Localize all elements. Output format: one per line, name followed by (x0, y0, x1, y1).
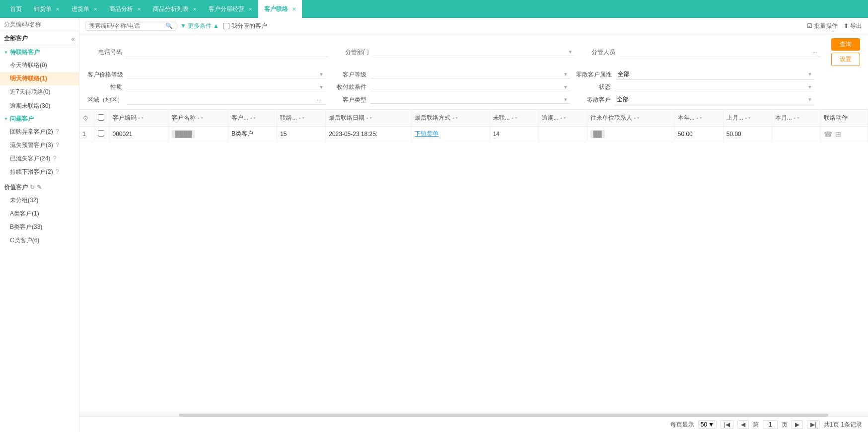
first-icon: |◀ (724, 421, 730, 428)
all-customers-header: 全部客户 « (0, 31, 79, 46)
nav-home[interactable]: 首页 (4, 0, 28, 18)
next-page-btn[interactable]: ▶ (792, 420, 803, 429)
col-this-year: 本年... ▲▼ (674, 110, 723, 127)
more-filter-btn[interactable]: ▼ 更多条件 ▲ (180, 22, 219, 30)
row-index: 1 (79, 127, 94, 142)
customer-value-select[interactable]: ▼ (127, 71, 326, 78)
refresh-icon[interactable]: ↻ (30, 184, 35, 191)
value-section-title[interactable]: 价值客户 ↻ ✎ (0, 181, 79, 194)
customer-level-select[interactable]: ▼ (370, 71, 570, 78)
page-size-select[interactable]: 50 ▼ (698, 420, 717, 429)
row-checkbox[interactable] (98, 130, 104, 137)
sidebar-item-repurchase-abnormal[interactable]: 回购异常客户(2) ? (0, 125, 79, 139)
person-select[interactable]: ··· (619, 48, 821, 57)
row-actions: ☎ ⊞ (820, 127, 868, 142)
scrollbar-thumb[interactable] (179, 414, 828, 417)
sidebar-item-tomorrow-contact[interactable]: 明天待联络(1) (0, 72, 79, 85)
row-unlocked: 14 (490, 127, 538, 142)
settings-icon[interactable]: ⚙ (82, 114, 89, 122)
problem-section-title[interactable]: 问题客户 (0, 113, 79, 125)
collapse-icon[interactable]: « (71, 35, 75, 43)
contact-method-link[interactable]: 下销货单 (415, 130, 438, 137)
row-last-contact-date: 2023-05-23 18:25: (326, 127, 412, 142)
batch-ops-btn[interactable]: ☑ 批量操作 (807, 22, 838, 30)
contact-action-icon[interactable]: ☎ (824, 130, 832, 138)
close-icon[interactable]: ✕ (248, 6, 252, 12)
sidebar-item-7days-contact[interactable]: 近7天待联络(0) (0, 85, 79, 99)
status-field: 状态 ▼ (576, 83, 814, 91)
data-table-container: ⚙ 客户编码 ▲▼ 客户名称 (79, 110, 868, 413)
phone-input[interactable] (126, 48, 328, 57)
col-contact-person: 往来单位联系人 ▲▼ (587, 110, 674, 127)
first-page-btn[interactable]: |◀ (721, 420, 733, 429)
contact-person-blur: ██ (590, 130, 605, 138)
filter-action-buttons: 查询 设置 (831, 38, 860, 66)
col-overdue: 逾期... ▲▼ (538, 110, 587, 127)
filter-bar: 🔍 ▼ 更多条件 ▲ 我分管的客户 ☑ 批量操作 ⬆ 导出 (79, 18, 868, 34)
more-icon[interactable]: ··· (315, 96, 324, 103)
search-field: 🔍 (85, 21, 176, 31)
page-number-input[interactable] (763, 420, 778, 429)
status-select[interactable]: ▼ (615, 83, 814, 91)
sidebar-item-class-a[interactable]: A类客户(1) (0, 207, 79, 220)
right-actions: ☑ 批量操作 ⬆ 导出 (807, 22, 862, 30)
retail-attr-select[interactable]: 全部 ▼ (616, 69, 814, 80)
export-btn[interactable]: ⬆ 导出 (844, 22, 862, 30)
nav-product-analysis[interactable]: 商品分析 ✕ (103, 0, 147, 18)
sidebar-item-ungrouped[interactable]: 未分组(32) (0, 194, 79, 207)
close-icon[interactable]: ✕ (93, 6, 97, 12)
col-last-month: 上月... ▲▼ (723, 110, 772, 127)
sidebar-item-overdue-contact[interactable]: 逾期未联络(30) (0, 99, 79, 113)
query-button[interactable]: 查询 (831, 38, 860, 51)
retail-attr-field: 零散客户属性 全部 ▼ (576, 69, 814, 80)
row-this-month (772, 127, 820, 142)
search-input[interactable] (89, 22, 163, 29)
sidebar-item-churned[interactable]: 已流失客户(24) ? (0, 152, 79, 165)
payment-field: 收付款条件 ▼ (332, 83, 570, 91)
my-customer-checkbox[interactable]: 我分管的客户 (223, 22, 267, 30)
total-info: 共1页 1条记录 (824, 421, 862, 429)
close-icon[interactable]: ✕ (193, 6, 197, 12)
dept-select[interactable]: ▼ (373, 48, 575, 56)
payment-select[interactable]: ▼ (370, 83, 570, 91)
nav-customer-contact[interactable]: 客户联络 ✕ (258, 0, 302, 18)
row-name: ████ (169, 127, 228, 142)
waiting-section-title[interactable]: 待联络客户 (0, 46, 79, 59)
sidebar-search-input[interactable] (4, 21, 78, 28)
row-this-year: 50.00 (674, 127, 723, 142)
sidebar-item-churn-warning[interactable]: 流失预警客户(3) ? (0, 139, 79, 152)
filter-icon: ▼ (180, 22, 186, 29)
more-action-icon[interactable]: ⊞ (835, 130, 841, 138)
gender-select[interactable]: ▼ (126, 83, 326, 91)
retail-customer-select[interactable]: 全部 ▼ (615, 94, 814, 105)
sidebar-item-today-contact[interactable]: 今天待联络(0) (0, 59, 79, 72)
my-customer-check[interactable] (223, 23, 229, 29)
prev-page-btn[interactable]: ◀ (737, 420, 749, 429)
close-icon[interactable]: ✕ (137, 6, 141, 12)
col-gear: ⚙ (79, 110, 94, 127)
region-select[interactable]: ··· (127, 95, 326, 105)
sidebar-item-declining[interactable]: 持续下滑客户(2) ? (0, 165, 79, 179)
col-customer-type: 客户... ▲▼ (228, 110, 277, 127)
sidebar-item-class-c[interactable]: C类客户(6) (0, 234, 79, 247)
nav-purchase-order[interactable]: 进货单 ✕ (66, 0, 103, 18)
customer-type-field: 客户类型 ▼ (332, 96, 570, 104)
nav-sales-order[interactable]: 销货单 ✕ (28, 0, 66, 18)
nav-product-analysis-list[interactable]: 商品分析列表 ✕ (147, 0, 203, 18)
select-all-checkbox[interactable] (98, 114, 104, 121)
edit-icon[interactable]: ✎ (37, 184, 42, 191)
last-page-btn[interactable]: ▶| (807, 420, 820, 429)
sidebar-item-class-b[interactable]: B类客户(33) (0, 220, 79, 234)
next-icon: ▶ (795, 421, 799, 428)
horizontal-scrollbar[interactable] (79, 413, 868, 417)
retail-customer-field: 零散客户 全部 ▼ (576, 94, 814, 105)
close-icon[interactable]: ✕ (56, 6, 60, 12)
search-icon[interactable]: 🔍 (165, 22, 173, 29)
customer-type-select[interactable]: ▼ (370, 96, 570, 104)
more-icon[interactable]: ··· (810, 49, 819, 56)
close-icon[interactable]: ✕ (292, 6, 296, 12)
help-icon: ? (53, 155, 57, 162)
nav-customer-segment[interactable]: 客户分层经营 ✕ (203, 0, 258, 18)
col-checkbox (94, 110, 109, 127)
setting-button[interactable]: 设置 (831, 53, 860, 66)
